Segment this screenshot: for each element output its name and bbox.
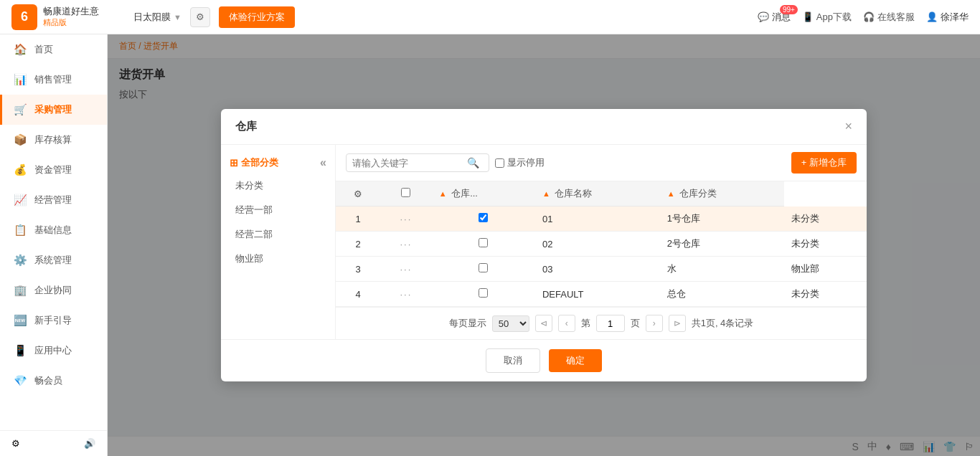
sidebar-item-basic[interactable]: 📋 基础信息: [0, 215, 107, 245]
prev-page-button[interactable]: ‹: [558, 315, 575, 332]
sort-icon-category: ▲: [667, 189, 675, 198]
top-header: 6 畅康道好生意 精品版 日太阳膜 ▼ ⚙ 体验行业方案 💬 99+ 消息 📱 …: [0, 0, 980, 34]
sidebar-item-apps[interactable]: 📱 应用中心: [0, 336, 107, 366]
select-all-checkbox[interactable]: [401, 188, 410, 197]
store-selector[interactable]: 日太阳膜 ▼: [133, 11, 182, 24]
user-name: 徐泽华: [941, 11, 969, 24]
warehouse-modal: 仓库 × ⊞ 全部分类 « 未分类: [221, 109, 867, 381]
sidebar-label-finance: 资金管理: [34, 163, 72, 176]
category-collapse-button[interactable]: «: [320, 156, 326, 169]
sidebar-item-purchase[interactable]: 🛒 采购管理: [0, 95, 107, 125]
last-page-button[interactable]: ⊳: [669, 315, 686, 332]
modal-header: 仓库 ×: [221, 109, 867, 145]
header-mid: 日太阳膜 ▼ ⚙ 体验行业方案: [119, 6, 758, 28]
more-actions-icon[interactable]: ···: [400, 239, 412, 250]
confirm-button[interactable]: 确定: [549, 349, 602, 372]
sidebar-item-member[interactable]: 💎 畅会员: [0, 366, 107, 396]
col-settings-header: ⚙: [336, 181, 380, 206]
sidebar-label-purchase: 采购管理: [34, 103, 72, 116]
sidebar-item-sales[interactable]: 📊 销售管理: [0, 65, 107, 95]
per-page-select[interactable]: 50 20 100: [492, 315, 529, 332]
row-checkbox[interactable]: [479, 263, 488, 272]
operations-icon: 📈: [14, 194, 27, 206]
app-name: 畅康道好生意: [43, 6, 99, 18]
sidebar-label-basic: 基础信息: [34, 224, 72, 237]
sidebar-item-operations[interactable]: 📈 经营管理: [0, 185, 107, 215]
grid-icon: ⊞: [230, 157, 238, 168]
search-box: 🔍: [346, 153, 489, 172]
row-actions-cell: ···: [380, 206, 432, 232]
row-name-cell: 2号仓库: [660, 232, 785, 257]
app-download-area[interactable]: 📱 App下载: [802, 11, 852, 24]
add-warehouse-button[interactable]: + 新增仓库: [791, 152, 857, 174]
modal-close-button[interactable]: ×: [844, 119, 852, 134]
table-panel: 🔍 显示停用 + 新增仓库: [336, 145, 867, 339]
basic-icon: 📋: [14, 224, 27, 237]
row-number-cell: 4: [336, 282, 380, 307]
user-avatar-icon: 👤: [926, 11, 938, 22]
more-actions-icon[interactable]: ···: [400, 289, 412, 300]
row-code-cell: DEFAULT: [535, 282, 660, 307]
search-icon[interactable]: 🔍: [467, 157, 479, 168]
row-actions-cell: ···: [380, 282, 432, 307]
next-page-button[interactable]: ›: [646, 315, 663, 332]
online-service-area[interactable]: 🎧 在线客服: [863, 11, 915, 24]
notifications-area[interactable]: 💬 99+ 消息: [758, 11, 791, 24]
sidebar-label-member: 畅会员: [34, 374, 62, 387]
cancel-button[interactable]: 取消: [486, 348, 540, 373]
category-item-operations2[interactable]: 经营二部: [221, 222, 335, 247]
sidebar-sound-icon[interactable]: 🔊: [84, 438, 95, 449]
row-code-cell: 01: [535, 206, 660, 232]
sidebar-item-enterprise[interactable]: 🏢 企业协同: [0, 275, 107, 305]
message-icon: 💬: [758, 11, 769, 22]
settings-button[interactable]: ⚙: [190, 7, 210, 27]
category-panel: ⊞ 全部分类 « 未分类 经营一部 经营二部 物业部: [221, 145, 336, 339]
notifications-badge: 99+: [780, 5, 798, 14]
table-row[interactable]: 4 ··· DEFAULT 总仓 未分类: [336, 282, 867, 307]
sidebar-settings-icon[interactable]: ⚙: [11, 438, 20, 449]
header-right: 💬 99+ 消息 📱 App下载 🎧 在线客服 👤 徐泽华: [758, 11, 969, 24]
table-row[interactable]: 3 ··· 03 水 物业部: [336, 257, 867, 282]
row-code-cell: 02: [535, 232, 660, 257]
guide-icon: 🆕: [14, 314, 27, 327]
sidebar-item-finance[interactable]: 💰 资金管理: [0, 155, 107, 185]
page-label-before: 第: [581, 317, 590, 330]
row-actions-cell: ···: [380, 232, 432, 257]
main-layout: 🏠 首页 📊 销售管理 🛒 采购管理 📦 库存核算 💰 资金管理 📈 经营管理 …: [0, 34, 980, 456]
user-area[interactable]: 👤 徐泽华: [926, 11, 969, 24]
first-page-button[interactable]: ⊲: [535, 315, 552, 332]
row-name-cell: 水: [660, 257, 785, 282]
page-number-input[interactable]: [596, 315, 625, 332]
page-total-info: 共1页, 4条记录: [692, 317, 754, 330]
finance-icon: 💰: [14, 163, 27, 176]
row-checkbox-cell: [432, 282, 535, 307]
trial-button[interactable]: 体验行业方案: [219, 6, 295, 28]
category-item-operations1[interactable]: 经营一部: [221, 198, 335, 222]
category-item-unclassified[interactable]: 未分类: [221, 174, 335, 198]
category-header: ⊞ 全部分类 «: [221, 152, 335, 174]
search-input[interactable]: [352, 158, 467, 168]
row-checkbox[interactable]: [479, 238, 488, 247]
modal-title: 仓库: [235, 120, 257, 133]
sidebar-item-inventory[interactable]: 📦 库存核算: [0, 125, 107, 155]
store-dropdown-icon: ▼: [174, 13, 182, 22]
modal-footer: 取消 确定: [221, 339, 867, 381]
table-row[interactable]: 2 ··· 02 2号仓库 未分类: [336, 232, 867, 257]
enterprise-icon: 🏢: [14, 284, 27, 297]
col-code-header: ▲ 仓库...: [432, 181, 535, 206]
col-category-header: ▲ 仓库分类: [660, 181, 785, 206]
category-all-label[interactable]: 全部分类: [241, 156, 278, 169]
row-checkbox[interactable]: [479, 288, 488, 298]
table-row[interactable]: 1 ··· 01 1号仓库 未分类: [336, 206, 867, 232]
page-label-after: 页: [631, 317, 640, 330]
more-actions-icon[interactable]: ···: [400, 264, 412, 275]
row-checkbox[interactable]: [479, 213, 488, 222]
sidebar-item-guide[interactable]: 🆕 新手引导: [0, 305, 107, 336]
show-disabled-checkbox[interactable]: [495, 158, 504, 168]
sidebar-item-system[interactable]: ⚙️ 系统管理: [0, 245, 107, 275]
sidebar-label-enterprise: 企业协同: [34, 284, 72, 297]
sidebar-item-home[interactable]: 🏠 首页: [0, 34, 107, 65]
category-item-property[interactable]: 物业部: [221, 247, 335, 271]
more-actions-icon[interactable]: ···: [400, 214, 412, 224]
row-category-cell: 未分类: [784, 282, 867, 307]
